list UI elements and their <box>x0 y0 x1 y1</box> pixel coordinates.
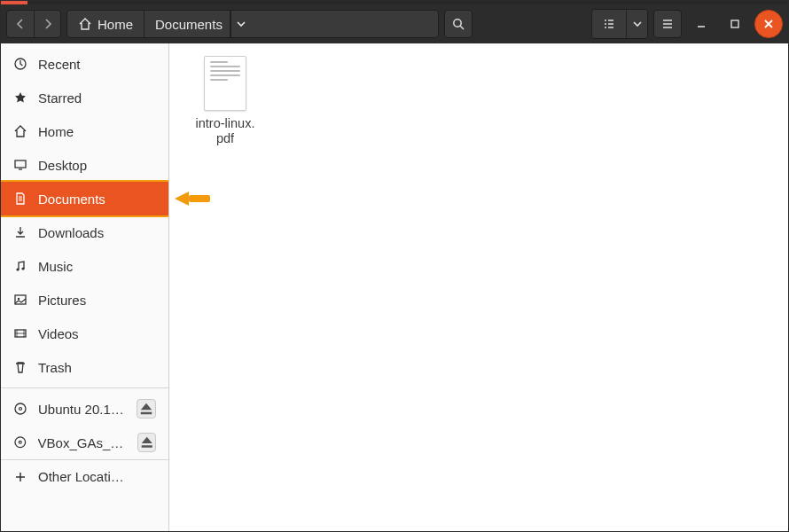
sidebar-item-trash[interactable]: Trash <box>1 350 168 384</box>
sidebar-item-recent[interactable]: Recent <box>1 47 168 81</box>
svg-rect-1 <box>731 20 738 27</box>
search-button[interactable] <box>444 10 473 38</box>
plus-icon <box>13 470 27 484</box>
home-icon <box>13 124 27 138</box>
breadcrumb-home[interactable]: Home <box>67 11 144 37</box>
window-maximize-button[interactable] <box>721 10 749 38</box>
svg-rect-3 <box>15 160 26 168</box>
download-icon <box>13 225 27 239</box>
sidebar-item-label: Trash <box>38 360 72 375</box>
sidebar-item-pictures[interactable]: Pictures <box>1 283 168 317</box>
header-bar: Home Documents <box>1 4 788 43</box>
sidebar-item-label: Music <box>38 259 73 274</box>
sidebar-item-label: Pictures <box>38 293 86 308</box>
star-icon <box>13 90 27 105</box>
picture-icon <box>13 293 27 307</box>
sidebar-item-label: Downloads <box>38 225 104 240</box>
sidebar-item-label: Other Locations <box>38 469 127 484</box>
svg-point-11 <box>15 437 26 448</box>
sidebar-item-label: Documents <box>38 192 105 207</box>
sidebar-item-label: Desktop <box>38 158 87 173</box>
svg-point-9 <box>15 403 26 414</box>
svg-point-7 <box>18 298 20 300</box>
home-icon <box>78 17 92 31</box>
file-label: intro-linux.pdf <box>196 116 255 145</box>
back-button[interactable] <box>7 11 34 37</box>
forward-button[interactable] <box>34 11 60 37</box>
sidebar-item-label: Recent <box>38 57 81 72</box>
sidebar-item-downloads[interactable]: Downloads <box>1 215 168 249</box>
document-icon <box>13 192 27 206</box>
sidebar-separator <box>1 387 168 388</box>
breadcrumb-documents[interactable]: Documents <box>144 11 230 37</box>
view-toggle-group <box>591 9 648 39</box>
sidebar: RecentStarredHomeDesktopDocumentsDownloa… <box>1 43 169 531</box>
content-area[interactable]: intro-linux.pdf <box>169 43 788 531</box>
sidebar-item-label: VBox_GAs_6.… <box>38 435 127 450</box>
window-minimize-button[interactable] <box>687 10 715 38</box>
sidebar-item-other-locations[interactable]: Other Locations <box>1 459 168 493</box>
file-item[interactable]: intro-linux.pdf <box>185 56 265 145</box>
sidebar-item-label: Ubuntu 20.1… <box>38 402 124 417</box>
hamburger-menu-button[interactable] <box>653 10 682 38</box>
sidebar-item-starred[interactable]: Starred <box>1 81 168 114</box>
view-list-button[interactable] <box>592 10 626 38</box>
trash-icon <box>13 360 27 374</box>
sidebar-item-label: Home <box>38 124 74 139</box>
svg-point-10 <box>20 408 22 411</box>
sidebar-item-vboxgas[interactable]: VBox_GAs_6.… <box>1 426 168 459</box>
svg-point-0 <box>454 20 461 27</box>
sidebar-item-home[interactable]: Home <box>1 114 168 148</box>
disc-icon <box>13 435 27 450</box>
eject-button[interactable] <box>137 399 156 419</box>
sidebar-item-ubuntu[interactable]: Ubuntu 20.1… <box>1 392 168 426</box>
breadcrumb-dropdown[interactable] <box>230 11 252 37</box>
breadcrumb-documents-label: Documents <box>155 17 223 32</box>
video-icon <box>13 326 27 340</box>
pdf-thumbnail-icon <box>204 56 246 111</box>
window-close-button[interactable] <box>754 10 783 38</box>
path-bar: Home Documents <box>66 10 439 38</box>
disc-icon <box>13 402 27 416</box>
view-options-dropdown[interactable] <box>626 10 647 38</box>
sidebar-item-desktop[interactable]: Desktop <box>1 148 168 182</box>
svg-point-4 <box>16 268 19 270</box>
music-icon <box>13 259 27 273</box>
svg-point-12 <box>19 441 21 443</box>
sidebar-item-videos[interactable]: Videos <box>1 317 168 350</box>
sidebar-item-label: Starred <box>38 90 82 106</box>
sidebar-item-label: Videos <box>38 326 79 341</box>
eject-button[interactable] <box>137 433 156 452</box>
sidebar-item-documents[interactable]: Documents <box>1 182 168 215</box>
desktop-icon <box>13 158 27 172</box>
breadcrumb-home-label: Home <box>98 17 133 32</box>
svg-point-5 <box>21 267 24 270</box>
clock-icon <box>13 57 27 71</box>
nav-group <box>6 10 61 38</box>
sidebar-item-music[interactable]: Music <box>1 249 168 283</box>
